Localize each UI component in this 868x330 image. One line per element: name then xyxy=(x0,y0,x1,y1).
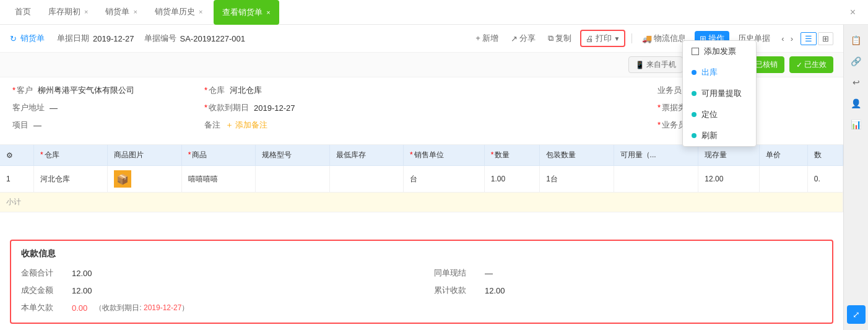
cell-qty: 1.00 xyxy=(484,166,539,193)
col-warehouse: 仓库 xyxy=(34,145,108,166)
available-dot xyxy=(692,91,697,96)
payment-section: 收款信息 金额合计 12.00 同单现结 — 成交金额 12.00 xyxy=(10,240,833,324)
warehouse-value: 河北仓库 xyxy=(230,85,262,96)
payment-owed-row: 本单欠款 0.00 （收款到期日: 2019-12-27） xyxy=(21,300,409,315)
tab-view-sales-close[interactable]: × xyxy=(266,9,270,16)
col-stock: 现存量 xyxy=(698,145,760,166)
tab-home[interactable]: 首页 xyxy=(6,0,40,25)
dropdown-outbound[interactable]: 出库 xyxy=(683,62,756,83)
print-button[interactable]: 🖨 打印 ▼ xyxy=(583,32,622,45)
copy-button[interactable]: ⧉ 复制 xyxy=(544,32,575,45)
tab-inventory-label: 库存期初 xyxy=(48,6,80,17)
print-icon: 🖨 xyxy=(586,34,594,43)
tab-home-label: 首页 xyxy=(15,6,31,17)
tab-sales-history-close[interactable]: × xyxy=(199,8,202,15)
warehouse-field: 仓库 河北仓库 xyxy=(204,85,378,96)
payment-deal-row: 成交金额 12.00 xyxy=(21,283,409,298)
col-pack-qty: 包装数量 xyxy=(540,145,614,166)
payment-settle-label: 同单现结 xyxy=(434,267,477,279)
locate-label: 定位 xyxy=(701,109,718,120)
doc-actions: + 新增 ↗ 分享 ⧉ 复制 🖨 打印 xyxy=(472,30,833,47)
list-view-button[interactable]: ☰ xyxy=(801,32,817,45)
date-value: 2019-12-27 xyxy=(93,34,134,43)
prev-arrow[interactable]: ‹ xyxy=(779,33,786,45)
view-toggle: ☰ ⊞ xyxy=(801,32,833,45)
col-qty: 数量 xyxy=(484,145,539,166)
col-settings: ⚙ xyxy=(0,145,34,166)
next-arrow[interactable]: › xyxy=(788,33,796,45)
col-image: 商品图片 xyxy=(108,145,181,166)
refresh-label: 刷新 xyxy=(701,130,718,141)
warehouse-label: 仓库 xyxy=(204,85,225,96)
payment-owed-note: （收款到期日: 2019-12-27） xyxy=(95,303,189,313)
doc-meta: 单据日期 2019-12-27 单据编号 SA-20191227-001 xyxy=(57,33,245,44)
dropdown-add-invoice[interactable]: 添加发票 xyxy=(683,41,756,62)
divider xyxy=(631,33,632,43)
tab-sales-close[interactable]: × xyxy=(133,8,137,15)
dropdown-available[interactable]: 可用量提取 xyxy=(683,83,756,104)
tab-sales[interactable]: 销货单 × xyxy=(97,0,145,25)
address-label: 客户地址 xyxy=(12,102,45,113)
cell-min-stock xyxy=(329,166,403,193)
dropdown-locate[interactable]: 定位 xyxy=(683,104,756,125)
sidebar-user-icon[interactable]: 👤 xyxy=(847,94,866,113)
sidebar-chart-icon[interactable]: 📊 xyxy=(847,115,866,134)
available-label: 可用量提取 xyxy=(701,88,742,99)
payment-total-label: 金额合计 xyxy=(21,267,64,279)
payment-title: 收款信息 xyxy=(21,248,822,259)
tab-inventory-close[interactable]: × xyxy=(84,8,88,15)
cell-product: 嘻嘻嘻嘻 xyxy=(181,166,255,193)
project-value: — xyxy=(33,121,41,130)
print-label: 打印 xyxy=(596,33,612,44)
col-available: 可用量（... xyxy=(614,145,698,166)
tab-sales-history[interactable]: 销货单历史 × xyxy=(146,0,211,25)
note-field: 备注 ＋ 添加备注 xyxy=(204,119,378,131)
doc-icon: ↻ xyxy=(10,34,17,43)
sidebar-doc-icon[interactable]: 📋 xyxy=(847,31,866,50)
payment-received-value: 12.00 xyxy=(485,286,505,295)
already-effect-label: 已生效 xyxy=(804,59,827,70)
print-dropdown-icon: ▼ xyxy=(614,35,620,42)
doc-title: ↻ 销货单 xyxy=(10,33,45,44)
products-table: ⚙ 仓库 商品图片 商品 规格型号 最低库存 销售单位 数量 包装数量 可用量（… xyxy=(0,145,843,212)
col-min-stock: 最低库存 xyxy=(329,145,403,166)
note-label: 备注 xyxy=(204,119,220,131)
tab-inventory[interactable]: 库存期初 × xyxy=(40,0,97,25)
payment-total-value: 12.00 xyxy=(72,269,92,278)
new-button[interactable]: + 新增 xyxy=(472,32,502,45)
payment-deal-value: 12.00 xyxy=(72,286,92,295)
tab-view-sales[interactable]: 查看销货单 × xyxy=(214,0,279,25)
payment-date-value: 2019-12-27 xyxy=(254,103,295,113)
col-price: 单价 xyxy=(759,145,807,166)
cell-spec xyxy=(256,166,329,193)
share-icon: ↗ xyxy=(511,34,518,43)
project-field: 项目 — xyxy=(12,119,186,131)
window-close-button[interactable]: × xyxy=(844,7,862,18)
grid-view-button[interactable]: ⊞ xyxy=(818,32,833,45)
tab-sales-label: 销货单 xyxy=(105,6,129,17)
date-label: 单据日期 xyxy=(57,33,89,44)
staff-label: 业务员 xyxy=(658,85,682,96)
add-note-button[interactable]: ＋ 添加备注 xyxy=(225,119,267,131)
sidebar-return-icon[interactable]: ↩ xyxy=(847,73,866,92)
project-label: 项目 xyxy=(12,119,28,131)
payment-grid: 金额合计 12.00 同单现结 — 成交金额 12.00 累计收款 12.00 xyxy=(21,266,822,315)
check-icon3: ✓ xyxy=(796,61,802,69)
cell-available xyxy=(614,166,698,193)
share-button[interactable]: ↗ 分享 xyxy=(507,32,539,45)
customer-field: 客户 柳州粤港平安气体有限公司 xyxy=(12,85,186,96)
from-phone-button[interactable]: 📱 来自手机 xyxy=(628,56,683,73)
dropdown-refresh[interactable]: 刷新 xyxy=(683,125,756,146)
number-value: SA-20191227-001 xyxy=(180,34,246,43)
already-cancel-label: 已核销 xyxy=(755,59,778,70)
sidebar-expand-icon[interactable]: ⤢ xyxy=(847,305,866,324)
cell-no: 1 xyxy=(0,166,34,193)
outbound-dot xyxy=(692,70,697,75)
sidebar-link-icon[interactable]: 🔗 xyxy=(847,52,866,71)
locate-dot xyxy=(692,112,697,117)
cell-stock: 12.00 xyxy=(698,166,760,193)
cell-other: 0. xyxy=(807,166,843,193)
table-header-row: ⚙ 仓库 商品图片 商品 规格型号 最低库存 销售单位 数量 包装数量 可用量（… xyxy=(0,145,843,166)
already-effect-button[interactable]: ✓ 已生效 xyxy=(789,56,833,73)
subtotal-label: 小计 xyxy=(0,193,843,212)
